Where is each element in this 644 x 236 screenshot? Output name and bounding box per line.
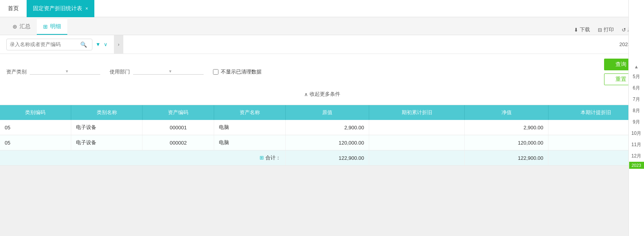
tab-close-icon[interactable]: × xyxy=(85,6,88,11)
sidebar-month-item[interactable]: 8月 xyxy=(631,105,641,116)
download-label: 下载 xyxy=(580,26,590,33)
hide-cleared-wrap: 不显示已清理数据 xyxy=(213,68,262,75)
cell-cat-name: 电子设备 xyxy=(71,135,143,150)
total-icon: ⊞ xyxy=(260,155,264,161)
col-original-value: 原值 xyxy=(285,105,369,120)
sidebar-scroll-up[interactable]: ▲ xyxy=(634,63,639,71)
collapse-label: 收起更多条件 xyxy=(310,91,340,98)
asset-category-label: 资产类别 xyxy=(6,68,27,75)
print-icon: ⊟ xyxy=(598,27,602,33)
sidebar-month-item[interactable]: 5月 xyxy=(631,71,641,82)
active-tab[interactable]: 固定资产折旧统计表 × xyxy=(27,0,94,17)
tab-summary[interactable]: ⊛ 汇总 xyxy=(6,19,37,35)
hide-cleared-checkbox[interactable] xyxy=(213,69,218,75)
cell-asset-code: 000001 xyxy=(143,120,214,135)
cell-asset-name: 电脑 xyxy=(214,120,285,135)
table-row: 05 电子设备 000002 电脑 120,000.00 120,000.00 xyxy=(0,135,644,150)
print-button[interactable]: ⊟ 打印 xyxy=(598,26,614,33)
asset-category-select[interactable]: ▼ xyxy=(30,69,100,75)
sidebar-month-item[interactable]: 12月 xyxy=(631,150,641,162)
col-net-value: 净值 xyxy=(465,105,548,120)
cell-orig-val: 120,000.00 xyxy=(285,135,369,150)
department-field: 使用部门 ▼ xyxy=(110,68,204,75)
filter-icon: ▼ xyxy=(96,41,101,47)
chevron-down-icon: ∨ xyxy=(104,41,108,47)
col-category-code: 类别编码 xyxy=(0,105,71,120)
department-select[interactable]: ▼ xyxy=(133,69,204,75)
cell-net-val: 120,000.00 xyxy=(465,135,548,150)
col-category-name: 类别名称 xyxy=(71,105,143,120)
hide-cleared-label: 不显示已清理数据 xyxy=(221,68,262,75)
collapse-filters-button[interactable]: ∧ 收起更多条件 xyxy=(6,88,638,100)
tab-detail-label: 明细 xyxy=(50,23,61,30)
more-filters-button[interactable]: ▼ ∨ xyxy=(96,41,108,47)
data-table-wrap: 类别编码 类别名称 资产编码 资产名称 原值 期初累计折旧 净值 本期计提折旧 … xyxy=(0,105,644,236)
col-accumulated-depreciation: 期初累计折旧 xyxy=(369,105,465,120)
download-button[interactable]: ⬇ 下载 xyxy=(574,26,590,33)
refresh-icon: ↺ xyxy=(622,27,626,33)
cell-net-val: 2,900.00 xyxy=(465,120,548,135)
department-arrow-icon: ▼ xyxy=(168,69,204,73)
month-sidebar: ▲ 5月6月7月8月9月10月11月12月 2023 xyxy=(628,0,644,236)
cell-cat-name: 电子设备 xyxy=(71,120,143,135)
cell-cat-code: 05 xyxy=(0,120,71,135)
sidebar-month-item[interactable]: 11月 xyxy=(631,139,641,150)
tab-detail[interactable]: ⊞ 明细 xyxy=(37,19,67,35)
tab-summary-label: 汇总 xyxy=(20,23,31,30)
search-bar: 🔍 ▼ ∨ › 2023.01 xyxy=(0,35,644,54)
search-input-wrap[interactable]: 🔍 xyxy=(6,39,92,50)
table-row: 05 电子设备 000001 电脑 2,900.00 2,900.00 xyxy=(0,120,644,135)
date-nav-arrow[interactable]: › xyxy=(114,35,123,54)
cell-asset-code: 000002 xyxy=(143,135,214,150)
col-asset-code: 资产编码 xyxy=(143,105,214,120)
asset-category-field: 资产类别 ▼ xyxy=(6,68,100,75)
download-icon: ⬇ xyxy=(574,27,578,33)
cell-asset-name: 电脑 xyxy=(214,135,285,150)
total-net-val: 122,900.00 xyxy=(465,150,548,166)
cell-accum-dep xyxy=(369,120,465,135)
sidebar-month-item[interactable]: 10月 xyxy=(631,128,641,139)
year-badge[interactable]: 2023 xyxy=(629,162,644,169)
department-label: 使用部门 xyxy=(110,68,130,75)
collapse-icon: ∧ xyxy=(304,91,308,97)
detail-icon: ⊞ xyxy=(43,23,48,30)
cell-accum-dep xyxy=(369,135,465,150)
col-asset-name: 资产名称 xyxy=(214,105,285,120)
table-header-row: 类别编码 类别名称 资产编码 资产名称 原值 期初累计折旧 净值 本期计提折旧 xyxy=(0,105,644,120)
filter-panel: 资产类别 ▼ 使用部门 ▼ 不显示已清理数据 查询 重置 xyxy=(0,54,644,105)
total-accum-dep xyxy=(369,150,465,166)
cell-orig-val: 2,900.00 xyxy=(285,120,369,135)
cell-cat-code: 05 xyxy=(0,135,71,150)
asset-category-arrow-icon: ▼ xyxy=(65,69,100,73)
total-label-cell: ⊞合计： xyxy=(0,150,285,166)
search-icon: 🔍 xyxy=(80,41,87,48)
tab-bar: ⊛ 汇总 ⊞ 明细 ⬇ 下载 ⊟ 打印 ↺ 刷新 xyxy=(0,17,644,35)
table-total-row: ⊞合计： 122,900.00 122,900.00 xyxy=(0,150,644,166)
home-nav[interactable]: 首页 xyxy=(0,0,27,17)
data-table: 类别编码 类别名称 资产编码 资产名称 原值 期初累计折旧 净值 本期计提折旧 … xyxy=(0,105,644,166)
print-label: 打印 xyxy=(604,26,614,33)
search-input[interactable] xyxy=(10,41,80,47)
sidebar-month-item[interactable]: 9月 xyxy=(631,116,641,128)
tab-title: 固定资产折旧统计表 xyxy=(33,5,82,12)
summary-icon: ⊛ xyxy=(13,23,17,30)
total-orig-val: 122,900.00 xyxy=(285,150,369,166)
sidebar-month-item[interactable]: 6月 xyxy=(631,82,641,94)
sidebar-month-item[interactable]: 7月 xyxy=(631,94,641,105)
